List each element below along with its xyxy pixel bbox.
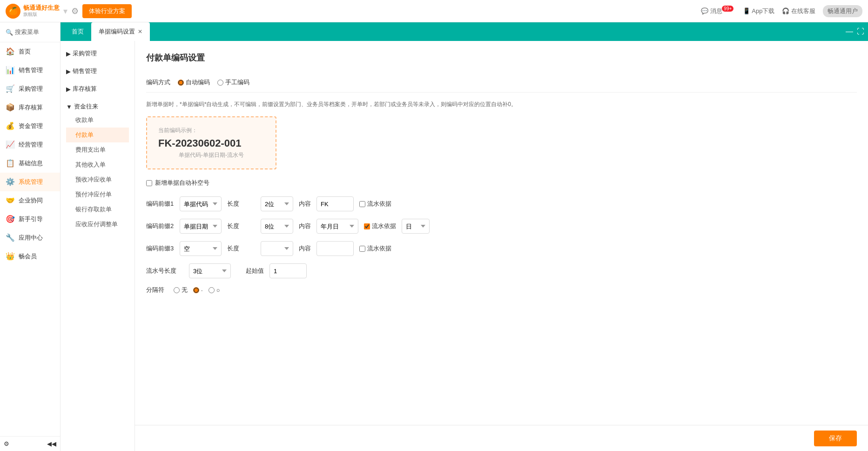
tab-maximize-icon[interactable]: ⛶: [857, 27, 864, 36]
sep-circle-input[interactable]: [209, 287, 215, 293]
sidebar-item-home[interactable]: 🏠 首页: [0, 42, 60, 61]
sidebar-item-guide[interactable]: 🎯 新手引导: [0, 210, 60, 229]
sep-none-radio[interactable]: 无: [174, 286, 188, 294]
auto-fill-label: 新增单据自动补空号: [155, 179, 209, 187]
prefix1-select[interactable]: 单据代码 单据日期 空 部门 业务员: [180, 196, 222, 211]
inventory-icon: 📦: [6, 103, 15, 112]
sub-item-payment[interactable]: 付款单: [66, 128, 129, 142]
logo-area: 🍊 畅通通好生意 旗舰版: [6, 4, 60, 19]
collapse-icon[interactable]: ◀◀: [47, 440, 56, 447]
sub-item-other-income[interactable]: 其他收入单: [66, 157, 129, 172]
sub-group-finance-title[interactable]: ▼ 资金往来: [66, 101, 129, 113]
separator-label: 分隔符: [146, 286, 164, 294]
basic-info-icon: 📋: [6, 159, 15, 168]
guide-icon: 🎯: [6, 215, 15, 223]
page-title: 付款单编码设置: [146, 52, 857, 63]
sidebar-item-inventory[interactable]: 📦 库存核算: [0, 98, 60, 117]
encode-radio-group: 自动编码 手工编码: [178, 78, 249, 87]
messages-label: 消息: [710, 7, 722, 14]
sidebar-item-apps[interactable]: 🔧 应用中心: [0, 229, 60, 247]
tab-minimize-icon[interactable]: —: [846, 27, 853, 36]
online-service-link[interactable]: 🎧 在线客服: [782, 7, 815, 15]
sidebar-item-finance[interactable]: 💰 资金管理: [0, 117, 60, 135]
experience-button[interactable]: 体验行业方案: [82, 4, 132, 18]
sidebar-search-area[interactable]: 🔍 搜索菜单: [0, 22, 60, 42]
prefix2-serial-checkbox[interactable]: [364, 223, 370, 229]
prefix3-content-input[interactable]: [316, 241, 354, 256]
sub-item-receipt[interactable]: 收款单: [66, 113, 129, 128]
preview-sub: 单据代码-单据日期-流水号: [158, 151, 264, 159]
sidebar-bottom: ⚙ ◀◀: [0, 436, 60, 451]
sub-item-bank[interactable]: 银行存取款单: [66, 202, 129, 217]
sidebar-item-sales[interactable]: 📊 销售管理: [0, 61, 60, 80]
prefix1-content-input[interactable]: [316, 196, 354, 211]
prefix3-serial-checkbox[interactable]: [359, 246, 365, 252]
chevron-right-icon-inv: ▶: [66, 86, 71, 93]
prefix3-select[interactable]: 空 单据代码 单据日期 部门 业务员: [180, 241, 222, 256]
prefix1-label: 编码前缀1: [146, 200, 174, 208]
settings-bottom-icon[interactable]: ⚙: [4, 440, 9, 447]
sep-dot-input[interactable]: [193, 287, 199, 293]
prefix3-serial-check[interactable]: 流水依据: [359, 244, 391, 253]
sub-group-inventory-title[interactable]: ▶ 库存核算: [66, 83, 129, 95]
sidebar-item-enterprise[interactable]: 🤝 企业协同: [0, 191, 60, 210]
app-download-link[interactable]: 📱 App下载: [743, 7, 774, 15]
sub-item-pre-payment[interactable]: 预付冲应付单: [66, 187, 129, 202]
prefix1-serial-checkbox[interactable]: [359, 201, 365, 207]
prefix1-serial-check[interactable]: 流水依据: [359, 200, 391, 208]
manual-encode-input[interactable]: [217, 80, 223, 86]
auto-encode-input[interactable]: [178, 80, 184, 86]
sep-none-input[interactable]: [174, 287, 180, 293]
prefix2-select[interactable]: 单据日期 单据代码 空 部门 业务员: [180, 219, 222, 234]
prefix2-length-select[interactable]: 8位 2位 4位 6位: [261, 219, 293, 234]
prefix1-length-label: 长度: [227, 200, 255, 208]
sub-group-sales: ▶ 销售管理: [61, 62, 135, 80]
settings-icon[interactable]: ⚙: [71, 6, 79, 16]
search-menu-btn[interactable]: 🔍 搜索菜单: [4, 26, 56, 38]
sub-item-expense[interactable]: 费用支出单: [66, 142, 129, 157]
config-row-3: 编码前缀3 空 单据代码 单据日期 部门 业务员 长度 2位 4位: [146, 241, 857, 256]
nav-dropdown[interactable]: ▾: [63, 6, 67, 16]
logo-sub: 旗舰版: [23, 11, 60, 18]
prefix2-serial-unit-select[interactable]: 日 月 年: [402, 219, 430, 234]
left-sidebar: 🔍 搜索菜单 🏠 首页 📊 销售管理 🛒 采购管理 📦 库存核算 💰 资金管理 …: [0, 22, 61, 451]
sub-item-pre-receipt[interactable]: 预收冲应收单: [66, 172, 129, 187]
tab-home[interactable]: 首页: [64, 22, 91, 41]
sep-dot-radio[interactable]: ·: [193, 287, 203, 294]
tab-encode-settings[interactable]: 单据编码设置 ✕: [91, 22, 150, 41]
purchase-icon: 🛒: [6, 84, 15, 93]
system-icon: ⚙️: [6, 177, 15, 186]
prefix3-content-label: 内容: [299, 244, 311, 253]
topbar-left: 🍊 畅通通好生意 旗舰版 ▾ ⚙ 体验行业方案: [6, 4, 132, 19]
logo-icon: 🍊: [6, 4, 20, 19]
prefix1-length-select[interactable]: 2位 4位 6位 8位: [261, 196, 293, 211]
sidebar-item-purchase[interactable]: 🛒 采购管理: [0, 80, 60, 98]
auto-fill-checkbox[interactable]: [146, 180, 152, 186]
sidebar-item-basic-info[interactable]: 📋 基础信息: [0, 154, 60, 173]
prefix2-serial-check[interactable]: 流水依据: [364, 222, 396, 230]
prefix3-length-select[interactable]: 2位 4位 6位 8位: [261, 241, 293, 256]
layout: 🔍 搜索菜单 🏠 首页 📊 销售管理 🛒 采购管理 📦 库存核算 💰 资金管理 …: [0, 0, 868, 451]
logo-text: 畅通通好生意: [23, 4, 60, 12]
messages-icon-area[interactable]: 💬 消息 99+: [701, 7, 735, 15]
save-button[interactable]: 保存: [814, 431, 857, 446]
manual-encode-radio[interactable]: 手工编码: [217, 78, 249, 87]
encode-method-row: 编码方式 自动编码 手工编码: [146, 73, 857, 93]
serial-config-row: 流水号长度 3位 4位 5位 6位 起始值: [146, 263, 857, 278]
sidebar-item-operations[interactable]: 📈 经营管理: [0, 135, 60, 154]
info-text: 新增单据时，*单据编码*自动生成，不可编辑，前缀设置为部门、业务员等档案类，开单…: [146, 100, 857, 109]
tab-close-icon[interactable]: ✕: [138, 28, 142, 35]
sub-group-sales-title[interactable]: ▶ 销售管理: [66, 65, 129, 77]
membership-icon: 👑: [6, 252, 15, 261]
chevron-right-icon-sales: ▶: [66, 68, 71, 75]
sep-circle-radio[interactable]: ○: [209, 287, 220, 294]
user-avatar[interactable]: 畅通通用户: [823, 5, 862, 17]
sidebar-item-membership[interactable]: 👑 畅会员: [0, 247, 60, 266]
serial-length-select[interactable]: 3位 4位 5位 6位: [189, 263, 231, 278]
sub-group-purchase-title[interactable]: ▶ 采购管理: [66, 47, 129, 60]
prefix2-content-select[interactable]: 年月日 年月 年: [316, 219, 358, 234]
auto-encode-radio[interactable]: 自动编码: [178, 78, 210, 87]
sub-item-ar-ap-adjust[interactable]: 应收应付调整单: [66, 217, 129, 232]
sidebar-item-system[interactable]: ⚙️ 系统管理: [0, 173, 60, 191]
start-value-input[interactable]: [269, 263, 307, 278]
